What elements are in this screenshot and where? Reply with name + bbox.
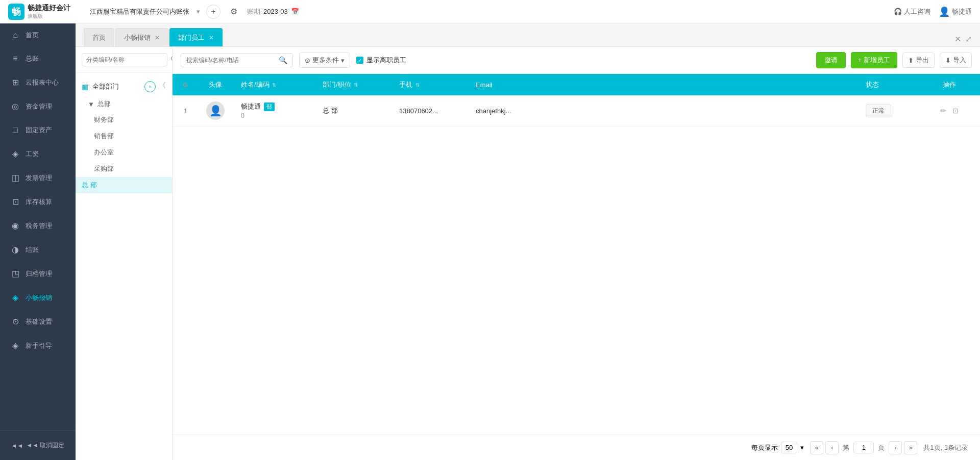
person-icon: 👤 bbox=[209, 105, 222, 117]
sidebar-item-basic[interactable]: ⊙ 基础设置 bbox=[0, 310, 76, 334]
sidebar-item-assets[interactable]: □ 固定资产 bbox=[0, 118, 76, 142]
sidebar-item-inventory[interactable]: ⊡ 库存核算 bbox=[0, 190, 76, 214]
sidebar-item-label: 云报表中心 bbox=[26, 78, 59, 87]
sidebar: ⌂ 首页 ≡ 总账 ⊞ 云报表中心 ◎ 资金管理 □ 固定资产 ◈ 工资 ◫ 发… bbox=[0, 23, 76, 460]
avatar-icon: 👤 bbox=[939, 6, 950, 17]
col-header-name[interactable]: 姓名/编码 ⇅ bbox=[233, 74, 314, 95]
tab-home-label: 首页 bbox=[92, 33, 106, 42]
add-employee-button[interactable]: + 新增员工 bbox=[851, 52, 897, 68]
sidebar-item-label: 工资 bbox=[26, 149, 39, 159]
sidebar-item-newguide[interactable]: ◈ 新手引导 bbox=[0, 334, 76, 357]
tax-icon: ◉ bbox=[10, 221, 20, 231]
sidebar-item-label: 固定资产 bbox=[26, 125, 52, 135]
sidebar-item-settle[interactable]: ◑ 结账 bbox=[0, 238, 76, 262]
dept-search-input[interactable] bbox=[82, 53, 167, 66]
salary-icon: ◈ bbox=[10, 149, 20, 159]
user-button[interactable]: 👤 畅捷通 bbox=[939, 6, 972, 17]
add-company-button[interactable]: + bbox=[206, 5, 220, 19]
col-header-phone[interactable]: 手机 ⇅ bbox=[391, 74, 468, 95]
sidebar-item-capital[interactable]: ◎ 资金管理 bbox=[0, 94, 76, 118]
company-name[interactable]: 江西服宝精品有限责任公司内账张 bbox=[90, 7, 189, 16]
tab-dept-employee-close[interactable]: ✕ bbox=[209, 34, 214, 41]
sidebar-item-label: 库存核算 bbox=[26, 197, 52, 207]
sidebar-item-reports[interactable]: ⊞ 云报表中心 bbox=[0, 70, 76, 94]
filter-button[interactable]: ⊜ 更多条件 ▾ bbox=[299, 53, 350, 68]
cell-phone: 138070602... bbox=[391, 95, 468, 126]
page-size-dropdown-icon[interactable]: ▾ bbox=[800, 444, 804, 451]
tab-dept-employee[interactable]: 部门员工 ✕ bbox=[169, 28, 223, 46]
period-value[interactable]: 2023-03 bbox=[263, 8, 288, 15]
search-icon[interactable]: 🔍 bbox=[279, 56, 287, 64]
last-page-button[interactable]: » bbox=[904, 441, 917, 454]
status-badge: 正常 bbox=[866, 105, 891, 117]
close-window-icon[interactable]: ✕ bbox=[954, 34, 961, 44]
export-button[interactable]: ⬆ 导出 bbox=[902, 53, 935, 68]
page-size-value[interactable]: 50 bbox=[781, 442, 797, 453]
settings-icon: ⚙ bbox=[182, 81, 188, 89]
sidebar-item-xiaochang[interactable]: ◈ 小畅报销 bbox=[0, 286, 76, 310]
sidebar-item-salary[interactable]: ◈ 工资 bbox=[0, 142, 76, 166]
dept-panel: 🔍 ▦ 全部部门 + 《 ▼ 总部 bbox=[76, 47, 173, 460]
all-dept-item[interactable]: ▦ 全部部门 + 《 bbox=[76, 77, 172, 96]
sidebar-item-home[interactable]: ⌂ 首页 bbox=[0, 23, 76, 47]
invite-button[interactable]: 邀请 bbox=[816, 52, 846, 68]
sidebar-item-label: 资金管理 bbox=[26, 102, 52, 111]
dept-leaf-office[interactable]: 办公室 bbox=[76, 144, 172, 161]
add-dept-button[interactable]: + bbox=[144, 81, 156, 92]
cancel-fixed-button[interactable]: ◄◄ ◄◄ 取消固定 bbox=[6, 437, 69, 454]
tab-home[interactable]: 首页 bbox=[84, 28, 114, 46]
next-page-button[interactable]: › bbox=[889, 441, 902, 454]
table-row: 1 👤 畅捷通 部 0 总 部 138070602... chanjethkj.… bbox=[173, 95, 980, 126]
sidebar-item-label: 归档管理 bbox=[26, 269, 52, 278]
page-nav: « ‹ 第 页 › » bbox=[810, 441, 917, 454]
archive-icon: ◳ bbox=[10, 269, 20, 278]
sidebar-item-archive[interactable]: ◳ 归档管理 bbox=[0, 262, 76, 286]
tab-xiaochang[interactable]: 小畅报销 ✕ bbox=[115, 28, 168, 46]
sidebar-item-ledger[interactable]: ≡ 总账 bbox=[0, 47, 76, 70]
inventory-icon: ⊡ bbox=[10, 197, 20, 207]
settings-icon[interactable]: ⚙ bbox=[227, 5, 241, 19]
tab-xiaochang-close[interactable]: ✕ bbox=[155, 34, 160, 41]
content-area: 首页 小畅报销 ✕ 部门员工 ✕ ✕ ⤢ 🔍 bbox=[76, 23, 980, 460]
expand-icon[interactable]: ⤢ bbox=[965, 34, 972, 44]
page-word: 页 bbox=[876, 443, 887, 452]
top-bar-actions: 🎧 人工咨询 👤 畅捷通 bbox=[894, 6, 972, 17]
tab-dept-employee-label: 部门员工 bbox=[178, 33, 205, 42]
calendar-icon[interactable]: 📅 bbox=[291, 8, 299, 15]
logout-button[interactable]: ⊡ bbox=[952, 107, 959, 115]
dropdown-icon[interactable]: ▾ bbox=[197, 8, 200, 15]
dept-leaf-label: 采购部 bbox=[94, 165, 114, 172]
dept-leaf-label: 办公室 bbox=[94, 148, 114, 156]
show-resigned-toggle[interactable]: ✓ 显示离职员工 bbox=[356, 56, 406, 65]
search-input[interactable] bbox=[186, 57, 276, 64]
col-header-dept[interactable]: 部门/职位 ⇅ bbox=[314, 74, 391, 95]
dept-all-actions: + 《 bbox=[144, 81, 166, 92]
xiaochang-icon: ◈ bbox=[10, 293, 20, 302]
dept-leaf-purchase[interactable]: 采购部 bbox=[76, 161, 172, 177]
sidebar-item-label: 结账 bbox=[26, 245, 39, 254]
import-button[interactable]: ⬇ 导入 bbox=[940, 53, 972, 68]
sidebar-item-invoice[interactable]: ◫ 发票管理 bbox=[0, 166, 76, 190]
dept-leaf-sales[interactable]: 销售部 bbox=[76, 128, 172, 144]
account-period: 账期 2023-03 📅 bbox=[247, 7, 299, 16]
dept-leaf-general-all[interactable]: 总 部 bbox=[76, 177, 172, 193]
pagination: 每页显示 50 ▾ « ‹ 第 页 › » 共1页, 1条记录 bbox=[173, 435, 980, 460]
edit-button[interactable]: ✏ bbox=[940, 107, 946, 115]
dept-leaf-finance[interactable]: 财务部 bbox=[76, 112, 172, 128]
col-header-settings[interactable]: ⚙ bbox=[173, 74, 198, 95]
sidebar-item-tax[interactable]: ◉ 税务管理 bbox=[0, 214, 76, 238]
prev-page-button[interactable]: ‹ bbox=[825, 441, 839, 454]
cell-avatar: 👤 bbox=[198, 95, 233, 126]
first-page-button[interactable]: « bbox=[810, 441, 823, 454]
logo-title: 畅捷通好会计 bbox=[28, 4, 70, 13]
consult-button[interactable]: 🎧 人工咨询 bbox=[894, 7, 930, 16]
newguide-icon: ◈ bbox=[10, 341, 20, 350]
sidebar-bottom: ◄◄ ◄◄ 取消固定 bbox=[0, 430, 76, 460]
cell-num: 1 bbox=[173, 95, 198, 126]
collapse-icon[interactable]: 《 bbox=[159, 81, 166, 92]
cell-dept: 总 部 bbox=[314, 95, 391, 126]
assets-icon: □ bbox=[10, 125, 20, 135]
page-input[interactable] bbox=[853, 442, 874, 453]
top-bar: 畅 畅捷通好会计 旗舰版 江西服宝精品有限责任公司内账张 ▾ + ⚙ 账期 20… bbox=[0, 0, 980, 23]
dept-group-general[interactable]: ▼ 总部 bbox=[76, 96, 172, 112]
